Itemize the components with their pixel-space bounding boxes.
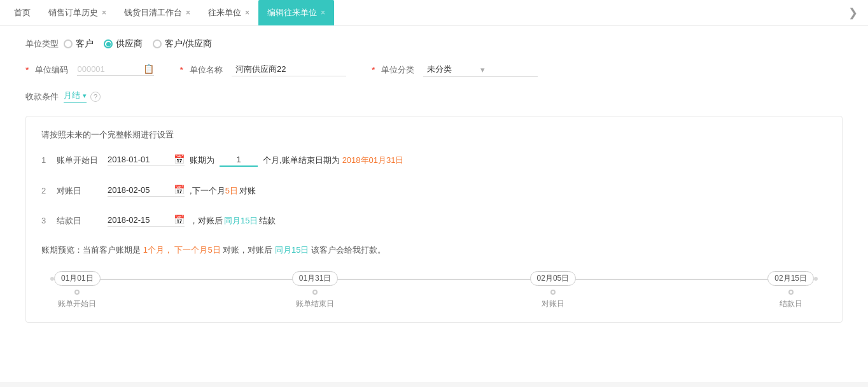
row-num-1: 1	[41, 155, 57, 165]
radio-supplier-circle	[104, 39, 113, 48]
tab-edit-partner-close[interactable]: ×	[321, 8, 325, 17]
unit-type-label: 单位类型	[25, 38, 59, 50]
tab-sales-history-close[interactable]: ×	[102, 8, 106, 17]
tab-cash-work-close[interactable]: ×	[186, 8, 190, 17]
timeline-node-3: 02月05日 对账日	[530, 271, 577, 309]
tab-partners-close[interactable]: ×	[245, 8, 249, 17]
tab-edit-partner[interactable]: 编辑往来单位 ×	[258, 0, 334, 25]
start-date-input[interactable]	[108, 155, 171, 164]
period-prefix: 账期为	[190, 155, 214, 166]
setting-row-1: 1 账单开始日 📅 账期为 个月,账单结束日期为 2018年01月31日	[41, 153, 827, 167]
unit-code-required: *	[25, 65, 29, 75]
reconcile-prefix: ,下一个月	[190, 185, 225, 197]
timeline-node-2: 01月31日 账单结束日	[292, 271, 339, 309]
node-dot-3	[550, 290, 556, 295]
row-label-1: 账单开始日	[57, 155, 108, 166]
preview-text: 账期预览：当前客户账期是 1个月， 下一个月5日 对账，对账后 同月15日 该客…	[41, 244, 827, 256]
setting-row-3: 3 结款日 📅 ，对账后 同月15日 结款	[41, 215, 827, 227]
node-label-1: 账单开始日	[58, 299, 96, 309]
tab-partners[interactable]: 往来单位 ×	[199, 0, 258, 25]
timeline-wrapper: 01月01日 账单开始日 01月31日 账单结束日 02月05日	[41, 271, 827, 309]
unit-type-row: 单位类型 客户 供应商 客户/供应商	[25, 38, 843, 50]
start-date-field[interactable]: 📅	[108, 154, 185, 166]
row-label-3: 结款日	[57, 215, 108, 227]
payment-prefix: ，对账后	[190, 215, 223, 227]
tab-expand-button[interactable]: ❯	[843, 6, 863, 20]
row-num-2: 2	[41, 186, 57, 195]
unit-name-label: 单位名称	[190, 64, 223, 76]
payment-date-calendar-icon[interactable]: 📅	[174, 215, 185, 225]
unit-code-input[interactable]	[77, 64, 141, 74]
node-badge-2: 01月31日	[292, 271, 339, 286]
radio-both-circle	[153, 39, 162, 48]
unit-code-field[interactable]: 📋	[77, 64, 154, 76]
reconcile-highlight: 5日	[225, 185, 238, 197]
radio-supplier[interactable]: 供应商	[104, 38, 143, 50]
preview-mid2: 对账，对账后	[223, 245, 272, 255]
collect-condition-label: 收款条件	[25, 91, 59, 102]
node-badge-4: 02月15日	[767, 271, 814, 286]
unit-category-dropdown[interactable]: 未分类 ▾	[423, 62, 538, 77]
settings-section: 请按照未来的一个完整帐期进行设置 1 账单开始日 📅 账期为 个月,账单结束日期…	[25, 116, 843, 323]
collect-condition-row: 收款条件 月结 ▾ ?	[25, 90, 843, 103]
row-label-2: 对账日	[57, 185, 108, 197]
timeline-nodes: 01月01日 账单开始日 01月31日 账单结束日 02月05日	[54, 271, 814, 309]
collect-help-icon[interactable]: ?	[90, 92, 101, 102]
tab-home[interactable]: 首页	[5, 0, 39, 25]
unit-cat-required: *	[372, 65, 375, 75]
node-label-4: 结款日	[780, 299, 802, 309]
node-dot-4	[788, 290, 794, 295]
reconcile-suffix: 对账	[239, 185, 256, 197]
node-label-2: 账单结束日	[296, 299, 334, 309]
reconcile-date-calendar-icon[interactable]: 📅	[174, 185, 185, 195]
period-end-date: 2018年01月31日	[342, 155, 404, 166]
collect-arrow: ▾	[83, 92, 87, 100]
node-dot-1	[74, 290, 80, 295]
timeline-end-dot	[814, 277, 818, 281]
main-content: 单位类型 客户 供应商 客户/供应商 * 单位编码 📋	[0, 25, 868, 382]
start-date-calendar-icon[interactable]: 📅	[174, 154, 185, 164]
node-dot-2	[312, 290, 318, 295]
unit-code-label: 单位编码	[35, 64, 68, 76]
radio-customer[interactable]: 客户	[64, 38, 94, 50]
row-num-3: 3	[41, 216, 57, 225]
payment-highlight: 同月15日	[224, 215, 258, 227]
reconcile-date-input[interactable]	[108, 185, 171, 195]
period-value-input[interactable]	[220, 153, 258, 167]
preview-mid: 下一个月5日	[174, 245, 220, 255]
tab-cash-work[interactable]: 钱货日清工作台 ×	[115, 0, 199, 25]
unit-name-required: *	[179, 65, 183, 75]
timeline-node-4: 02月15日 结款日	[767, 271, 814, 309]
section-title: 请按照未来的一个完整帐期进行设置	[41, 129, 827, 141]
unit-info-row: * 单位编码 📋 * 单位名称 * 单位分类 未分类 ▾	[25, 62, 843, 77]
tab-sales-history[interactable]: 销售订单历史 ×	[39, 0, 115, 25]
reconcile-date-field[interactable]: 📅	[108, 185, 185, 197]
preview-suffix: 该客户会给我打款。	[311, 245, 386, 255]
unit-code-icon: 📋	[143, 64, 154, 74]
payment-suffix: 结款	[259, 215, 276, 227]
tab-bar: 首页 销售订单历史 × 钱货日清工作台 × 往来单位 × 编辑往来单位 × ❯	[0, 0, 868, 25]
unit-category-arrow: ▾	[480, 65, 534, 74]
period-suffix: 个月,账单结束日期为	[263, 155, 340, 166]
timeline-node-1: 01月01日 账单开始日	[54, 271, 101, 309]
unit-name-input[interactable]	[232, 64, 346, 76]
preview-period: 1个月，	[143, 245, 172, 255]
node-label-3: 对账日	[542, 299, 564, 309]
collect-condition-dropdown[interactable]: 月结 ▾	[64, 90, 87, 103]
unit-type-radio-group: 客户 供应商 客户/供应商	[64, 38, 212, 50]
unit-category-label: 单位分类	[381, 64, 414, 76]
node-badge-3: 02月05日	[530, 271, 577, 286]
payment-date-field[interactable]: 📅	[108, 215, 185, 227]
radio-both[interactable]: 客户/供应商	[153, 38, 212, 50]
payment-date-input[interactable]	[108, 215, 171, 225]
setting-row-2: 2 对账日 📅 ,下一个月 5日 对账	[41, 185, 827, 197]
radio-customer-circle	[64, 39, 73, 48]
preview-highlight2: 同月15日	[275, 245, 309, 255]
node-badge-1: 01月01日	[54, 271, 101, 286]
